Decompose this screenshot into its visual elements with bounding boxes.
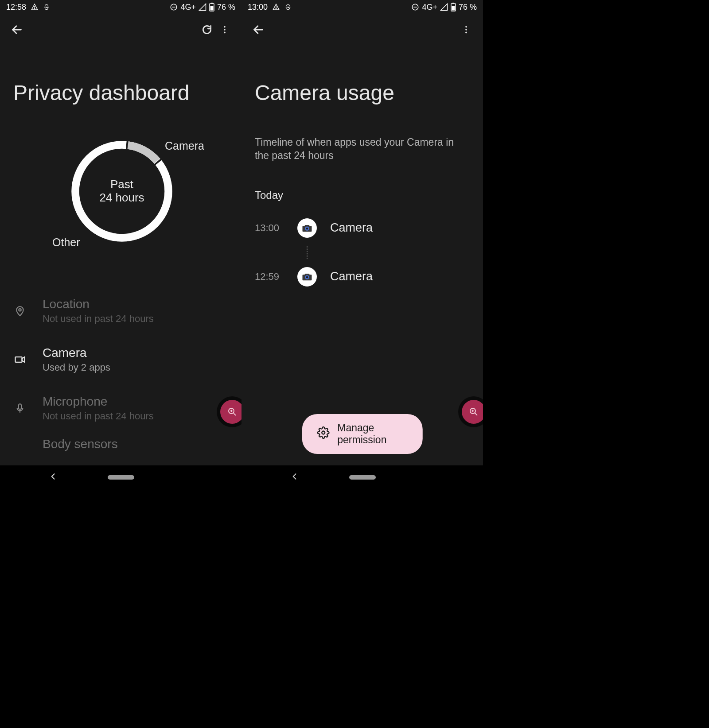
screen-camera-usage: 13:00 4G+ 76 % xyxy=(242,0,483,489)
page-title: Camera usage xyxy=(242,45,483,109)
camera-app-icon xyxy=(297,267,317,287)
manage-permission-button[interactable]: Manage permission xyxy=(302,414,423,454)
nav-handle[interactable] xyxy=(349,475,376,480)
arrow-left-icon xyxy=(252,23,265,36)
more-vert-icon xyxy=(220,25,230,35)
usage-donut-chart: Past 24 hours Camera Other xyxy=(0,127,242,278)
permission-item-camera[interactable]: Camera Used by 2 apps xyxy=(0,335,242,384)
svg-point-39 xyxy=(306,276,308,279)
location-icon xyxy=(13,304,27,318)
overflow-menu-button[interactable] xyxy=(216,21,234,39)
svg-rect-31 xyxy=(452,6,455,11)
s-strikethrough-icon xyxy=(43,4,50,11)
system-nav-bar xyxy=(242,465,483,489)
nav-back-button[interactable] xyxy=(49,472,58,483)
donut-label-camera: Camera xyxy=(165,139,204,152)
status-bar: 12:58 4G+ 76 % xyxy=(0,0,242,14)
zoom-in-icon xyxy=(468,407,479,417)
toolbar xyxy=(242,14,483,45)
screen-privacy-dashboard: 12:58 4G+ 76 % xyxy=(0,0,242,489)
more-vert-icon xyxy=(461,25,471,35)
nav-handle[interactable] xyxy=(108,475,134,480)
svg-point-10 xyxy=(224,29,226,31)
battery-icon xyxy=(451,3,456,12)
permission-subtitle: Used by 2 apps xyxy=(43,362,228,373)
timeline-entry[interactable]: 12:59 Camera xyxy=(255,259,470,294)
zoom-fab[interactable] xyxy=(462,400,483,424)
status-network: 4G+ xyxy=(422,3,437,12)
refresh-button[interactable] xyxy=(198,21,216,39)
permission-title: Camera xyxy=(43,346,228,360)
svg-point-37 xyxy=(306,228,308,230)
back-button[interactable] xyxy=(8,21,26,39)
zoom-fab[interactable] xyxy=(220,400,242,424)
permission-subtitle: Not used in past 24 hours xyxy=(43,410,228,422)
donut-center-label: Past 24 hours xyxy=(66,136,177,247)
svg-point-25 xyxy=(276,8,277,9)
dnd-minus-icon xyxy=(170,3,178,11)
status-bar: 13:00 4G+ 76 % xyxy=(242,0,483,14)
permission-title: Microphone xyxy=(43,395,228,409)
signal-icon xyxy=(199,3,206,11)
svg-rect-7 xyxy=(210,6,213,11)
timeline-app-name: Camera xyxy=(330,270,373,283)
svg-point-9 xyxy=(224,26,226,28)
svg-point-34 xyxy=(465,29,467,31)
status-time: 13:00 xyxy=(248,3,268,12)
svg-rect-18 xyxy=(19,404,22,409)
donut-label-other: Other xyxy=(52,236,80,249)
page-subtitle: Timeline of when apps used your Camera i… xyxy=(242,109,483,163)
svg-line-42 xyxy=(475,413,477,415)
permission-item-microphone[interactable]: Microphone Not used in past 24 hours xyxy=(0,384,242,433)
svg-point-16 xyxy=(19,309,21,311)
svg-line-21 xyxy=(234,413,236,415)
s-strikethrough-icon xyxy=(284,4,292,11)
status-battery-pct: 76 % xyxy=(217,3,235,12)
usage-timeline: 13:00 Camera 12:59 Camera xyxy=(242,206,483,294)
chevron-left-icon xyxy=(49,472,58,481)
camera-icon xyxy=(13,353,27,366)
zoom-in-icon xyxy=(227,407,238,417)
arrow-left-icon xyxy=(11,23,23,36)
permission-item-body-sensors-partial: Body sensors xyxy=(0,433,242,451)
svg-point-40 xyxy=(322,431,325,434)
permission-title: Location xyxy=(43,297,228,311)
svg-point-35 xyxy=(465,32,467,34)
microphone-icon xyxy=(13,402,27,415)
svg-point-33 xyxy=(465,26,467,28)
triangle-alert-icon xyxy=(272,3,280,11)
camera-app-icon xyxy=(297,218,317,238)
gear-icon xyxy=(317,426,329,441)
status-network: 4G+ xyxy=(180,3,196,12)
battery-icon xyxy=(209,3,214,12)
status-time: 12:58 xyxy=(6,3,26,12)
svg-rect-30 xyxy=(452,3,454,4)
timeline-app-name: Camera xyxy=(330,221,373,235)
section-today: Today xyxy=(242,163,483,206)
status-battery-pct: 76 % xyxy=(459,3,477,12)
system-nav-bar xyxy=(0,465,242,489)
signal-icon xyxy=(440,3,448,11)
permission-item-location[interactable]: Location Not used in past 24 hours xyxy=(0,287,242,335)
overflow-menu-button[interactable] xyxy=(457,21,475,39)
page-title: Privacy dashboard xyxy=(0,45,242,109)
timeline-connector xyxy=(307,246,470,259)
dnd-minus-icon xyxy=(411,3,419,11)
timeline-entry[interactable]: 13:00 Camera xyxy=(255,210,470,246)
refresh-icon xyxy=(201,24,213,35)
timeline-time: 13:00 xyxy=(255,222,284,234)
svg-point-1 xyxy=(34,8,35,9)
chevron-left-icon xyxy=(290,472,299,481)
nav-back-button[interactable] xyxy=(290,472,299,483)
permission-list: Location Not used in past 24 hours Camer… xyxy=(0,278,242,451)
back-button[interactable] xyxy=(249,21,267,39)
svg-point-11 xyxy=(224,32,226,34)
timeline-time: 12:59 xyxy=(255,271,284,283)
toolbar xyxy=(0,14,242,45)
manage-permission-label: Manage permission xyxy=(337,422,408,446)
svg-rect-17 xyxy=(16,357,22,362)
svg-rect-6 xyxy=(211,3,213,4)
triangle-alert-icon xyxy=(31,3,39,11)
permission-subtitle: Not used in past 24 hours xyxy=(43,313,228,325)
